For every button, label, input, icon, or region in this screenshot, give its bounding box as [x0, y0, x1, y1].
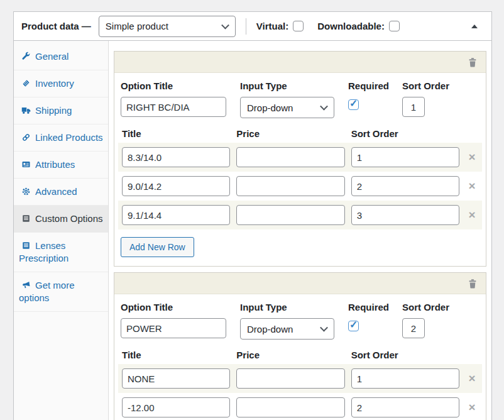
downloadable-label: Downloadable: [317, 21, 385, 31]
sidebar-item-label: Custom Options [35, 213, 103, 224]
tag-icon [21, 79, 31, 88]
required-checkbox[interactable] [348, 99, 359, 110]
remove-row-icon[interactable]: × [466, 209, 478, 221]
virtual-label: Virtual: [256, 21, 288, 31]
option-sort-order-input[interactable] [402, 97, 425, 117]
option-value-row: × [118, 364, 482, 393]
product-type-select[interactable]: Simple product [99, 16, 236, 37]
option-box-1: Option Title Input Type Drop-down [114, 51, 486, 267]
gear-icon [21, 187, 31, 196]
sidebar-item-general[interactable]: General [14, 43, 108, 70]
required-checkbox[interactable] [348, 321, 359, 331]
option-box-2-toolbar [114, 273, 486, 294]
row-price-header: Price [236, 128, 344, 139]
product-data-header: Product data — Simple product Virtual: D… [14, 12, 491, 41]
row-title-input[interactable] [122, 368, 230, 389]
virtual-group: Virtual: [256, 21, 304, 31]
remove-row-icon[interactable]: × [466, 180, 478, 192]
row-sort-order-header: Sort Order [351, 128, 459, 139]
collapse-panel-button[interactable] [465, 17, 484, 36]
input-type-select[interactable]: Drop-down [240, 97, 334, 118]
remove-row-icon[interactable]: × [466, 372, 478, 385]
row-title-input[interactable] [122, 147, 230, 167]
delete-option-button[interactable] [467, 57, 478, 68]
option-value-row: × [118, 201, 482, 229]
row-price-input[interactable] [236, 176, 344, 196]
sidebar-item-label: Advanced [35, 186, 77, 197]
truck-icon [21, 106, 31, 115]
sidebar-item-custom-options[interactable]: Custom Options [14, 206, 108, 233]
row-price-input[interactable] [236, 205, 344, 225]
option-box-2: Option Title Input Type Drop-down [114, 272, 486, 420]
row-sort-input[interactable] [351, 147, 459, 167]
rows-header: Title Price Sort Order [122, 350, 478, 360]
option-sort-order-input[interactable] [402, 318, 425, 338]
row-sort-input[interactable] [351, 176, 459, 196]
add-new-row-button[interactable]: Add New Row [121, 237, 194, 257]
row-price-input[interactable] [236, 147, 344, 167]
list-icon [21, 241, 31, 250]
collapse-arrow-icon [471, 25, 478, 28]
sort-order-label: Sort Order [402, 302, 446, 312]
sidebar-item-get-more-options[interactable]: Get more options [14, 272, 108, 312]
sidebar-item-attributes[interactable]: Attributes [14, 152, 108, 179]
product-data-tabs: General Inventory Shipping Linked Produc… [14, 41, 109, 420]
row-title-input[interactable] [122, 397, 230, 417]
row-sort-input[interactable] [351, 397, 459, 417]
custom-options-panel: Option Title Input Type Drop-down [109, 41, 491, 420]
delete-option-button[interactable] [467, 278, 478, 289]
option-title-label: Option Title [121, 80, 226, 91]
remove-row-icon[interactable]: × [466, 151, 478, 163]
row-sort-input[interactable] [351, 205, 459, 225]
row-price-input[interactable] [236, 397, 344, 417]
downloadable-group: Downloadable: [317, 21, 400, 31]
row-title-header: Title [122, 128, 230, 139]
sidebar-item-label: Inventory [35, 78, 74, 89]
row-title-input[interactable] [122, 176, 230, 196]
virtual-checkbox[interactable] [293, 21, 304, 31]
option-title-label: Option Title [121, 302, 226, 312]
row-title-input[interactable] [122, 205, 230, 225]
row-sort-order-header: Sort Order [351, 350, 459, 360]
rows-header: Title Price Sort Order [122, 128, 478, 139]
list-icon [21, 214, 31, 223]
product-type-select-wrap: Simple product [99, 16, 236, 37]
sidebar-item-advanced[interactable]: Advanced [14, 179, 108, 206]
sidebar-item-shipping[interactable]: Shipping [14, 97, 108, 124]
card-icon [21, 160, 31, 169]
option-value-row: × [118, 143, 482, 172]
sidebar-item-label: Shipping [35, 105, 72, 116]
sidebar-item-lenses-prescription[interactable]: Lenses Prescription [14, 233, 108, 272]
sidebar-item-label: Attributes [35, 159, 75, 170]
metabox-title: Product data — [21, 21, 91, 31]
option-box-1-toolbar [114, 52, 486, 73]
input-type-label: Input Type [240, 80, 334, 91]
sidebar-item-linked-products[interactable]: Linked Products [14, 124, 108, 152]
option-title-input[interactable] [121, 97, 226, 117]
downloadable-checkbox[interactable] [389, 21, 400, 31]
input-type-select[interactable]: Drop-down [240, 318, 334, 340]
header-divider [246, 18, 246, 35]
input-type-label: Input Type [240, 302, 334, 312]
wrench-icon [21, 52, 31, 61]
sidebar-item-inventory[interactable]: Inventory [14, 70, 108, 97]
remove-row-icon[interactable]: × [466, 401, 478, 414]
sidebar-item-label: Linked Products [35, 132, 103, 143]
sidebar-item-label: General [35, 51, 68, 62]
megaphone-icon [21, 280, 31, 290]
row-title-header: Title [122, 350, 230, 360]
sort-order-label: Sort Order [402, 80, 446, 91]
row-price-input[interactable] [236, 368, 344, 389]
required-label: Required [348, 80, 393, 91]
required-label: Required [348, 302, 393, 312]
option-value-row: × [118, 172, 482, 201]
link-icon [21, 133, 31, 142]
option-value-row: × [118, 393, 482, 420]
option-title-input[interactable] [121, 318, 226, 338]
product-data-metabox: Product data — Simple product Virtual: D… [13, 11, 492, 420]
row-price-header: Price [236, 350, 344, 360]
row-sort-input[interactable] [351, 368, 459, 389]
